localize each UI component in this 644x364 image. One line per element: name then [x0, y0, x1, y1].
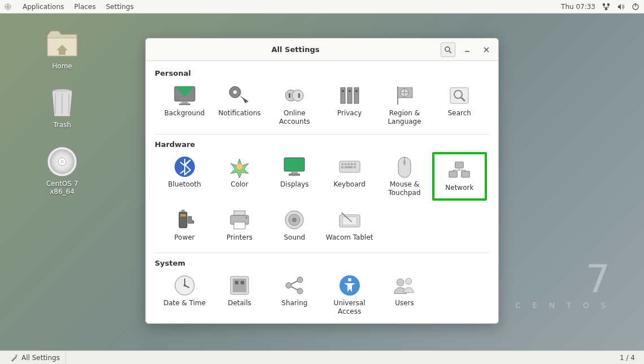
- svg-point-18: [233, 90, 237, 94]
- volume-icon[interactable]: [617, 3, 625, 11]
- settings-privacy[interactable]: Privacy: [322, 81, 377, 129]
- displays-icon: [283, 155, 306, 178]
- settings-color[interactable]: Color: [212, 152, 267, 201]
- settings-window: All Settings Personal Background Notific…: [145, 38, 499, 324]
- workspace-pager[interactable]: 1 / 4: [615, 354, 639, 362]
- settings-task-icon: [10, 354, 18, 362]
- sharing-icon: [283, 274, 306, 297]
- settings-network[interactable]: Network: [432, 152, 487, 201]
- settings-mouse-touchpad[interactable]: Mouse & Touchpad: [377, 152, 432, 201]
- svg-rect-51: [449, 171, 458, 177]
- taskbar-item-all-settings[interactable]: All Settings: [5, 351, 66, 364]
- svg-rect-55: [180, 214, 186, 216]
- svg-point-20: [292, 90, 303, 101]
- svg-rect-44: [354, 163, 356, 166]
- desktop-icon-trash[interactable]: Trash: [34, 87, 90, 129]
- clock[interactable]: Thu 07:33: [561, 3, 595, 11]
- svg-rect-56: [234, 211, 245, 215]
- settings-power[interactable]: Power: [157, 205, 212, 248]
- settings-sound[interactable]: Sound: [267, 205, 322, 248]
- settings-date-time[interactable]: Date & Time: [157, 271, 212, 319]
- printers-icon: [228, 209, 251, 231]
- svg-rect-58: [234, 222, 245, 229]
- search-settings-icon: [448, 84, 471, 107]
- settings-details[interactable]: Details: [212, 271, 267, 319]
- folder-home-icon: [46, 28, 78, 60]
- power-icon[interactable]: [632, 3, 639, 11]
- universal-access-icon: [338, 274, 361, 297]
- svg-point-75: [297, 288, 303, 294]
- online-accounts-icon: [283, 84, 306, 107]
- desktop-icon-label: Home: [52, 62, 72, 70]
- svg-point-35: [237, 164, 242, 170]
- settings-region-language[interactable]: Region & Language: [377, 81, 432, 129]
- svg-point-78: [397, 279, 404, 286]
- top-panel: Applications Places Settings Thu 07:33: [0, 0, 644, 14]
- network-status-icon[interactable]: [602, 3, 610, 11]
- svg-line-12: [449, 51, 451, 53]
- settings-printers[interactable]: Printers: [212, 205, 267, 248]
- privacy-icon: [338, 84, 361, 107]
- background-icon: [173, 84, 196, 107]
- svg-point-26: [342, 90, 344, 92]
- color-icon: [228, 155, 251, 178]
- minimize-button[interactable]: [460, 42, 475, 57]
- svg-rect-49: [403, 160, 406, 164]
- svg-rect-64: [342, 217, 356, 226]
- svg-rect-52: [462, 171, 470, 177]
- section-title-hardware: Hardware: [146, 135, 498, 152]
- settings-online-accounts[interactable]: Online Accounts: [267, 81, 322, 129]
- settings-users[interactable]: Users: [377, 271, 432, 319]
- svg-rect-50: [455, 162, 464, 168]
- svg-rect-42: [347, 163, 350, 166]
- svg-rect-3: [605, 8, 607, 10]
- bottom-panel: All Settings 1 / 4: [0, 350, 644, 364]
- settings-search[interactable]: Search: [432, 81, 487, 129]
- svg-point-27: [349, 90, 351, 92]
- svg-point-10: [60, 160, 64, 163]
- close-button[interactable]: [479, 42, 494, 57]
- settings-sharing[interactable]: Sharing: [267, 271, 322, 319]
- keyboard-icon: [338, 155, 361, 178]
- svg-rect-37: [291, 171, 298, 174]
- settings-wacom[interactable]: Wacom Tablet: [322, 205, 377, 248]
- settings-bluetooth[interactable]: Bluetooth: [157, 152, 212, 201]
- settings-notifications[interactable]: Notifications: [212, 81, 267, 129]
- trash-icon: [46, 87, 78, 119]
- desktop-icon-cd[interactable]: CentOS 7 x86_64: [34, 146, 90, 196]
- details-icon: [228, 274, 251, 297]
- svg-rect-70: [233, 279, 246, 292]
- power-settings-icon: [173, 209, 196, 231]
- svg-point-74: [297, 277, 303, 283]
- network-icon: [448, 159, 471, 181]
- search-button[interactable]: [441, 42, 455, 57]
- svg-rect-22: [298, 93, 300, 98]
- menu-places[interactable]: Places: [74, 3, 95, 11]
- section-title-system: System: [146, 253, 498, 271]
- window-title: All Settings: [150, 45, 441, 54]
- cd-icon: [46, 146, 78, 177]
- svg-rect-54: [181, 210, 185, 212]
- section-title-personal: Personal: [146, 63, 498, 81]
- svg-point-11: [445, 47, 450, 51]
- svg-rect-36: [284, 158, 304, 171]
- svg-rect-41: [345, 163, 347, 166]
- settings-background[interactable]: Background: [157, 81, 212, 129]
- menu-settings[interactable]: Settings: [106, 3, 133, 11]
- svg-rect-1: [603, 3, 605, 6]
- desktop-icon-label: Trash: [53, 121, 71, 129]
- settings-keyboard[interactable]: Keyboard: [322, 152, 377, 201]
- svg-rect-72: [241, 281, 244, 284]
- settings-universal-access[interactable]: Universal Access: [322, 271, 377, 319]
- menu-applications[interactable]: Applications: [23, 3, 64, 11]
- svg-rect-38: [289, 174, 300, 176]
- bluetooth-icon: [173, 155, 196, 178]
- centos-watermark: 7 C E N T O S: [515, 260, 610, 310]
- clock-icon: [173, 274, 196, 297]
- svg-point-80: [15, 354, 18, 357]
- svg-point-28: [355, 90, 358, 92]
- svg-rect-71: [235, 281, 238, 284]
- desktop-icon-home[interactable]: Home: [34, 28, 90, 70]
- settings-displays[interactable]: Displays: [267, 152, 322, 201]
- taskbar-item-label: All Settings: [21, 354, 60, 362]
